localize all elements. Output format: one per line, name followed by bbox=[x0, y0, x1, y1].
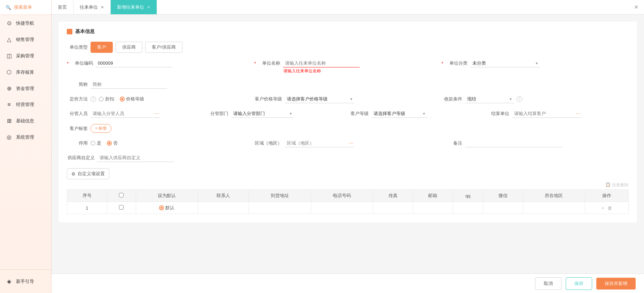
dept-select-wrapper[interactable]: 请输入分管部门 bbox=[231, 109, 294, 118]
customer-level-wrapper[interactable]: 请选择客户等级 bbox=[371, 109, 427, 118]
region-group: 区域（地区） ··· bbox=[254, 139, 441, 147]
payment-terms-label: 收款条件 bbox=[441, 96, 462, 102]
tab-home[interactable]: 首页 bbox=[52, 0, 73, 14]
td-email bbox=[413, 202, 453, 214]
customer-price-level-label: 客户价格等级 bbox=[254, 96, 282, 102]
add-row-btn[interactable]: + bbox=[602, 205, 604, 211]
pricing-help-icon[interactable]: ? bbox=[91, 96, 96, 102]
manager-more-btn[interactable]: ··· bbox=[153, 111, 160, 117]
tab-new-partner[interactable]: 新增往来单位 ✕ bbox=[111, 0, 157, 14]
add-tag-button[interactable]: + 标签 bbox=[91, 124, 111, 133]
type-btn-both[interactable]: 客户/供应商 bbox=[145, 42, 182, 53]
sidebar-item-newbie[interactable]: ◈ 新手引导 bbox=[0, 273, 51, 290]
bulk-delete-label[interactable]: 批量删除 bbox=[612, 182, 629, 188]
type-btn-supplier[interactable]: 供应商 bbox=[116, 42, 142, 53]
disable-region-row: 停用 是 否 区域（地区） bbox=[67, 139, 629, 147]
remark-input[interactable] bbox=[465, 139, 563, 147]
dept-label: 分管部门 bbox=[207, 111, 228, 117]
sidebar-item-label: 经营管理 bbox=[16, 101, 34, 108]
manager-input[interactable] bbox=[91, 109, 153, 117]
settlement-more-btn[interactable]: ··· bbox=[575, 111, 582, 117]
dept-group: 分管部门 请输入分管部门 bbox=[207, 109, 348, 118]
disable-yes[interactable]: 是 bbox=[91, 140, 101, 146]
sidebar-item-label: 新手引导 bbox=[16, 278, 34, 285]
disable-label: 停用 bbox=[67, 140, 88, 146]
quick-nav-icon: ⊙ bbox=[6, 20, 13, 26]
unit-type-buttons: 客户 供应商 客户/供应商 bbox=[91, 42, 182, 53]
customer-price-level-wrapper[interactable]: 请选择客户价格等级 bbox=[285, 95, 354, 103]
save-button[interactable]: 保存 bbox=[566, 277, 592, 290]
disable-no[interactable]: 否 bbox=[107, 140, 118, 146]
payment-terms-select[interactable]: 现结 bbox=[465, 95, 514, 103]
unit-type-row: 单位类型 客户 供应商 客户/供应商 bbox=[67, 42, 629, 53]
region-more-btn[interactable]: ··· bbox=[347, 140, 355, 146]
tab-close-all-button[interactable]: ✕ bbox=[628, 0, 644, 14]
sidebar-item-basic[interactable]: ⊞ 基础信息 bbox=[0, 113, 51, 129]
th-default: 设为默认 bbox=[136, 190, 198, 202]
name-label: 单位名称 bbox=[259, 60, 280, 66]
basic-icon: ⊞ bbox=[6, 117, 13, 124]
sidebar-item-finance[interactable]: ⊛ 资金管理 bbox=[0, 80, 51, 97]
sidebar-item-sales[interactable]: △ 销售管理 bbox=[0, 31, 51, 48]
th-region: 所在地区 bbox=[523, 190, 585, 202]
save-new-button[interactable]: 保存并新增 bbox=[596, 278, 636, 290]
sidebar-item-label: 快捷导航 bbox=[16, 20, 34, 26]
payment-terms-help-icon[interactable]: ? bbox=[517, 96, 522, 102]
dept-select[interactable]: 请输入分管部门 bbox=[231, 109, 294, 118]
category-select-wrapper[interactable]: 未分类 bbox=[470, 59, 540, 67]
customer-price-level-select[interactable]: 请选择客户价格等级 bbox=[285, 95, 354, 103]
cat-required: * bbox=[441, 61, 443, 66]
card-title: 基本信息 bbox=[67, 29, 629, 35]
sidebar-item-quick-nav[interactable]: ⊙ 快捷导航 bbox=[0, 15, 51, 31]
disable-yes-label: 是 bbox=[97, 140, 101, 146]
customer-level-select[interactable]: 请选择客户等级 bbox=[371, 109, 427, 118]
sidebar-item-label: 销售管理 bbox=[16, 36, 34, 43]
cancel-button[interactable]: 取消 bbox=[535, 277, 561, 290]
sidebar-item-label: 系统管理 bbox=[16, 134, 34, 140]
sidebar-item-system[interactable]: ◎ 系统管理 bbox=[0, 129, 51, 145]
table-header-row: 序号 设为默认 联系人 到货地址 电话号码 传真 邮箱 qq 微信 所在地区 操… bbox=[67, 190, 629, 202]
custom-settings-button[interactable]: ⚙ 自定义项设置 bbox=[67, 168, 109, 179]
th-email: 邮箱 bbox=[413, 190, 453, 202]
type-btn-customer[interactable]: 客户 bbox=[91, 42, 113, 53]
settlement-input[interactable] bbox=[512, 109, 575, 117]
th-seq: 序号 bbox=[67, 190, 107, 202]
pricing-discount[interactable]: 折扣 bbox=[99, 96, 114, 102]
tab-partners[interactable]: 往来单位 ✕ bbox=[73, 0, 111, 14]
sidebar-item-label: 库存核算 bbox=[16, 69, 34, 75]
settlement-input-wrapper: ··· bbox=[512, 109, 582, 118]
basic-info-card: 基本信息 单位类型 客户 供应商 客户/供应商 * 单位编码 bbox=[58, 22, 637, 222]
supplier-custom-input[interactable] bbox=[97, 154, 174, 162]
select-all-checkbox[interactable] bbox=[119, 193, 124, 197]
sidebar-search[interactable]: 🔍 搜索菜单 bbox=[0, 0, 51, 15]
sidebar-item-inventory[interactable]: ⬡ 库存核算 bbox=[0, 64, 51, 80]
delete-row-btn[interactable]: 🗑 bbox=[607, 205, 612, 211]
tab-partners-close[interactable]: ✕ bbox=[101, 5, 104, 10]
disable-yes-circle bbox=[91, 141, 95, 146]
short-name-input[interactable] bbox=[91, 80, 167, 89]
customer-price-level-group: 客户价格等级 请选择客户价格等级 bbox=[254, 95, 441, 103]
sidebar-item-purchase[interactable]: ◫ 采购管理 bbox=[0, 48, 51, 64]
td-wechat bbox=[483, 202, 523, 214]
code-input[interactable] bbox=[96, 59, 172, 67]
unit-type-group: 单位类型 客户 供应商 客户/供应商 bbox=[67, 42, 182, 53]
short-name-label: 简称 bbox=[67, 81, 88, 88]
manager-group: 分管人员 ··· bbox=[67, 109, 207, 118]
category-select[interactable]: 未分类 bbox=[470, 59, 540, 67]
row-default-radio[interactable]: 默认 bbox=[140, 205, 194, 211]
pricing-label: 定价方法 bbox=[67, 96, 88, 102]
payment-terms-wrapper[interactable]: 现结 bbox=[465, 95, 514, 103]
pricing-radio-group: 折扣 价格等级 bbox=[99, 96, 144, 102]
tab-new-partner-close[interactable]: ✕ bbox=[147, 5, 150, 10]
region-input[interactable] bbox=[285, 139, 347, 147]
bulk-delete-row: 📋 批量删除 bbox=[67, 182, 629, 188]
disable-group: 停用 是 否 bbox=[67, 140, 254, 146]
name-input[interactable] bbox=[283, 59, 360, 67]
tab-partners-label: 往来单位 bbox=[80, 4, 98, 10]
sidebar-bottom: ◈ 新手引导 bbox=[0, 269, 51, 293]
pricing-price-level[interactable]: 价格等级 bbox=[120, 96, 144, 102]
tab-new-partner-label: 新增往来单位 bbox=[117, 4, 144, 10]
row-checkbox[interactable] bbox=[119, 205, 124, 210]
td-checkbox bbox=[107, 202, 136, 214]
sidebar-item-operations[interactable]: ≡ 经营管理 bbox=[0, 97, 51, 113]
